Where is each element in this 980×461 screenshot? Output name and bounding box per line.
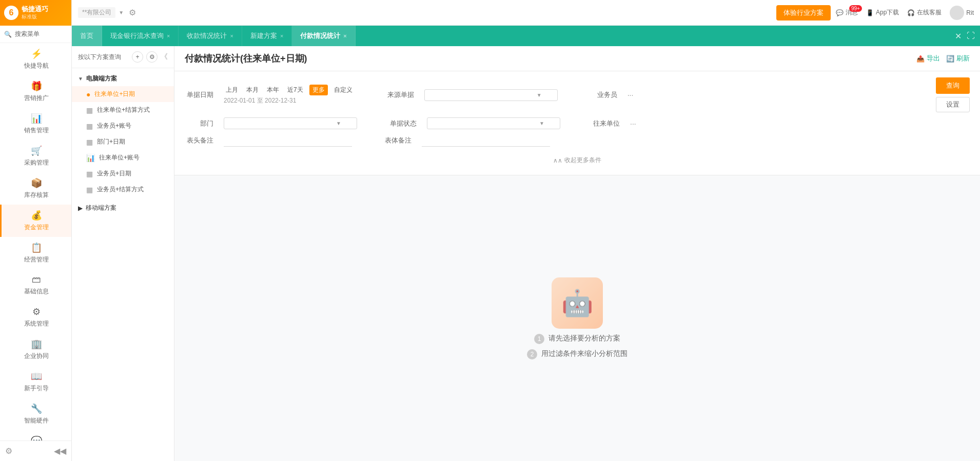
user-menu[interactable]: Rit xyxy=(950,6,974,20)
trial-button[interactable]: 体验行业方案 xyxy=(776,5,831,21)
schema-item-sales-account[interactable]: ▦ 业务员+账号 xyxy=(72,118,174,134)
mobile-section-chevron: ▶ xyxy=(78,205,83,212)
settings-gear-icon[interactable]: ⚙ xyxy=(129,8,136,17)
date-option-this-year[interactable]: 本年 xyxy=(265,85,281,95)
date-option-custom[interactable]: 自定义 xyxy=(332,85,355,95)
unit-picker-button[interactable]: ··· xyxy=(630,119,636,128)
tab-receipt-stats[interactable]: 收款情况统计 × xyxy=(179,26,242,46)
schema-item-icon-sales-settle: ▦ xyxy=(86,186,93,194)
schema-item-unit-account[interactable]: 📊 往来单位+账号 xyxy=(72,150,174,166)
desktop-section-title: 电脑端方案 xyxy=(86,74,117,83)
footer-collapse-icon[interactable]: ◀◀ xyxy=(54,446,66,456)
left-panel-actions: + ⚙ 《 xyxy=(132,51,168,63)
sidebar-item-purchase[interactable]: 🛒 采购管理 xyxy=(0,140,71,172)
schema-item-unit-date[interactable]: ● 往来单位+日期 xyxy=(72,86,174,102)
dept-select-arrow: ▼ xyxy=(336,121,341,126)
tab-bank-flow-close[interactable]: × xyxy=(167,33,170,39)
tab-new-plan[interactable]: 新建方案 × xyxy=(242,26,292,46)
schema-item-sales-settle[interactable]: ▦ 业务员+结算方式 xyxy=(72,182,174,197)
unit-label: 往来单位 xyxy=(591,119,620,128)
sidebar-item-guide[interactable]: 📖 新手引导 xyxy=(0,366,71,398)
mobile-section-title: 移动端方案 xyxy=(86,204,116,212)
sidebar-item-marketing[interactable]: 🎁 营销推广 xyxy=(0,75,71,108)
hint-num-1: 1 xyxy=(534,334,544,344)
sidebar-item-label: 营销推广 xyxy=(24,94,49,103)
schema-item-dept-date[interactable]: ▦ 部门+日期 xyxy=(72,134,174,150)
search-menu[interactable]: 🔍 搜索菜单 xyxy=(0,26,71,43)
sidebar-item-label: 销售管理 xyxy=(24,126,49,135)
tab-close-all-icon[interactable]: ✕ xyxy=(955,31,962,41)
date-range-display: 2022-01-01 至 2022-12-31 xyxy=(224,96,355,105)
page-title: 付款情况统计(往来单位+日期) xyxy=(185,52,307,65)
export-label: 导出 xyxy=(927,54,940,63)
sidebar-item-sales[interactable]: 📊 销售管理 xyxy=(0,108,71,140)
logo-icon: 6 xyxy=(4,6,18,20)
export-button[interactable]: 📤 导出 xyxy=(916,54,940,63)
sales-icon: 📊 xyxy=(31,113,42,124)
panel-collapse-button[interactable]: 《 xyxy=(161,52,168,62)
sidebar-item-basic[interactable]: 🗃 基础信息 xyxy=(0,269,71,301)
messages-badge: 99+ xyxy=(849,5,862,12)
tab-payment-stats[interactable]: 付款情况统计 × xyxy=(292,26,355,46)
sidebar-item-weixin[interactable]: 💬 企业微信 xyxy=(0,430,71,440)
sidebar-item-label: 库存核算 xyxy=(24,191,49,199)
source-select[interactable]: ▼ xyxy=(424,89,558,101)
salesperson-picker-button[interactable]: ··· xyxy=(628,91,634,99)
footer-settings-icon[interactable]: ⚙ xyxy=(5,446,12,456)
sidebar-item-enterprise[interactable]: 🏢 企业协同 xyxy=(0,333,71,366)
sidebar-item-label: 基础信息 xyxy=(24,287,49,296)
desktop-section-header[interactable]: ▼ 电脑端方案 xyxy=(72,71,174,86)
sidebar-item-system[interactable]: ⚙ 系统管理 xyxy=(0,301,71,333)
sidebar-item-capital[interactable]: 💰 资金管理 xyxy=(0,205,71,237)
online-service-button[interactable]: 🎧 在线客服 xyxy=(907,8,942,17)
header-notes-input[interactable] xyxy=(224,134,352,147)
schema-item-unit-settle[interactable]: ▦ 往来单位+结算方式 xyxy=(72,102,174,118)
hint-num-2: 2 xyxy=(527,349,537,359)
phone-icon: 📱 xyxy=(866,9,874,16)
mobile-schema-section: ▶ 移动端方案 xyxy=(72,201,174,215)
sidebar-item-label: 新手引导 xyxy=(24,384,49,393)
body-notes-input[interactable] xyxy=(422,134,550,147)
refresh-label: 刷新 xyxy=(956,54,970,63)
status-select-arrow: ▼ xyxy=(539,121,544,126)
dept-label: 部门 xyxy=(185,119,213,128)
sidebar-item-operations[interactable]: 📋 经营管理 xyxy=(0,237,71,269)
plan-settings-button[interactable]: ⚙ xyxy=(146,51,158,63)
tab-bank-flow[interactable]: 现金银行流水查询 × xyxy=(102,26,179,46)
tab-payment-stats-close[interactable]: × xyxy=(343,33,346,39)
robot-icon: 🤖 xyxy=(552,277,603,329)
tab-expand-icon[interactable]: ⛶ xyxy=(967,31,975,41)
add-plan-button[interactable]: + xyxy=(132,51,143,63)
app-download-button[interactable]: 📱 App下载 xyxy=(866,8,899,17)
dept-select[interactable]: ▼ xyxy=(224,117,357,129)
status-select[interactable]: ▼ xyxy=(427,117,560,129)
mobile-section-header[interactable]: ▶ 移动端方案 xyxy=(72,201,174,215)
messages-button[interactable]: 💬 消息 99+ xyxy=(836,8,858,17)
schema-item-label: 业务员+结算方式 xyxy=(97,185,144,194)
sidebar-item-quick-nav[interactable]: ⚡ 快捷导航 xyxy=(0,43,71,75)
schema-item-icon-unit-settle: ▦ xyxy=(86,106,93,114)
date-option-this-month[interactable]: 本月 xyxy=(244,85,261,95)
source-label: 来源单据 xyxy=(385,90,414,99)
tab-home[interactable]: 首页 xyxy=(72,26,102,46)
date-option-more[interactable]: 更多 xyxy=(309,85,328,95)
sidebar-item-hardware[interactable]: 🔧 智能硬件 xyxy=(0,398,71,430)
top-header: **有限公司 ▼ ⚙ 体验行业方案 💬 消息 99+ 📱 App下载 🎧 在线客… xyxy=(72,0,980,26)
sidebar-item-inventory[interactable]: 📦 库存核算 xyxy=(0,172,71,205)
empty-hint-1: 1 请先选择要分析的方案 xyxy=(534,334,620,344)
filter-settings-button[interactable]: 设置 xyxy=(936,97,970,112)
refresh-icon: 🔄 xyxy=(946,55,954,63)
tab-new-plan-close[interactable]: × xyxy=(280,33,283,39)
quick-nav-icon: ⚡ xyxy=(31,48,42,59)
tab-receipt-stats-close[interactable]: × xyxy=(230,33,233,39)
date-option-7days[interactable]: 近7天 xyxy=(285,85,305,95)
company-selector[interactable]: **有限公司 ▼ xyxy=(78,7,124,18)
refresh-button[interactable]: 🔄 刷新 xyxy=(946,54,970,63)
collapse-filter-button[interactable]: ∧∧ 收起更多条件 xyxy=(553,156,601,165)
schema-item-sales-date[interactable]: ▦ 业务员+日期 xyxy=(72,166,174,182)
filter-right-buttons: 查询 设置 xyxy=(936,77,970,112)
purchase-icon: 🛒 xyxy=(31,145,42,156)
date-option-last-month[interactable]: 上月 xyxy=(224,85,240,95)
query-button[interactable]: 查询 xyxy=(936,77,970,94)
header-actions: 💬 消息 99+ 📱 App下载 🎧 在线客服 Rit xyxy=(836,6,974,20)
